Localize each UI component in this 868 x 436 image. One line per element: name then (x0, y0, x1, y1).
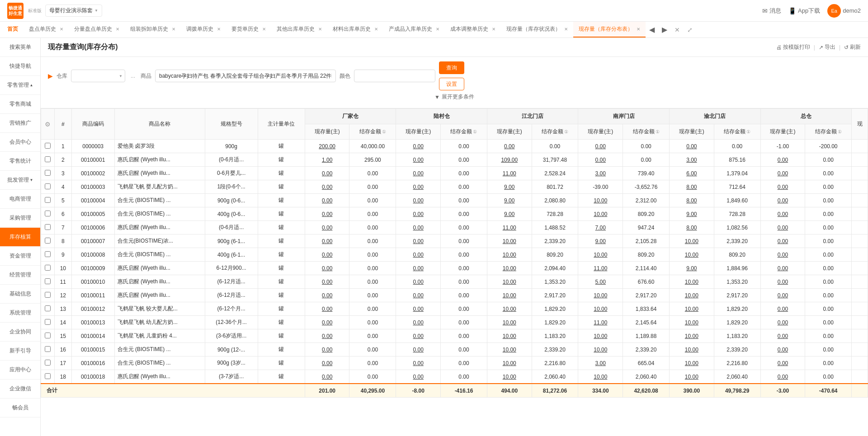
row-w4-qty[interactable]: -39.00 (578, 180, 623, 194)
row-w3-qty[interactable]: 109.00 (487, 153, 532, 167)
row-w4-qty[interactable]: 10.00 (578, 289, 623, 302)
tab-assembly[interactable]: 组装拆卸单历史 ✕ (125, 22, 181, 38)
sidebar-item-basic-info[interactable]: 基础信息 (0, 285, 40, 304)
row-total-qty[interactable]: 0.00 (760, 167, 805, 180)
tab-nav-prev[interactable]: ◀ (646, 23, 658, 36)
row-w1-qty[interactable]: 0.00 (305, 207, 349, 221)
tab-transfer[interactable]: 调拨单历史 ✕ (181, 22, 226, 38)
row-w4-qty[interactable]: 3.00 (578, 167, 623, 180)
row-checkbox[interactable] (41, 316, 55, 329)
sidebar-item-system[interactable]: 系统管理 (0, 304, 40, 323)
row-w5-qty[interactable]: 6.00 (670, 167, 714, 180)
row-w2-qty[interactable]: 0.00 (396, 167, 441, 180)
row-checkbox[interactable] (41, 207, 55, 221)
row-w1-qty[interactable]: 0.00 (305, 343, 349, 356)
row-w3-qty[interactable]: 0.00 (487, 140, 532, 153)
row-w1-qty[interactable]: 0.00 (305, 302, 349, 316)
row-w4-qty[interactable]: 0.00 (578, 153, 623, 167)
row-w5-qty[interactable]: 10.00 (670, 329, 714, 343)
sidebar-item-member[interactable]: 会员中心 (0, 133, 40, 152)
row-w1-qty[interactable]: 0.00 (305, 289, 349, 302)
row-w5-qty[interactable]: 8.00 (670, 180, 714, 194)
row-w4-qty[interactable]: 3.00 (578, 356, 623, 370)
tab-product-in[interactable]: 产成品入库单历史 ✕ (383, 22, 445, 38)
row-w2-qty[interactable]: 0.00 (396, 275, 441, 289)
tab-requisition-close[interactable]: ✕ (262, 27, 266, 32)
sidebar-item-shortcuts[interactable]: 快捷导航 (0, 57, 40, 76)
tab-assembly-close[interactable]: ✕ (172, 27, 175, 32)
color-input[interactable] (354, 70, 435, 82)
sidebar-item-stock[interactable]: 库存核算 (0, 228, 40, 247)
row-checkbox[interactable] (41, 262, 55, 275)
row-total-qty[interactable]: 0.00 (760, 343, 805, 356)
row-w4-qty[interactable]: 11.00 (578, 316, 623, 329)
row-w2-qty[interactable]: 0.00 (396, 370, 441, 384)
row-w2-qty[interactable]: 0.00 (396, 140, 441, 153)
row-total-qty[interactable]: 0.00 (760, 194, 805, 207)
tab-inventory-count-close[interactable]: ✕ (60, 27, 63, 32)
tab-split-count[interactable]: 分量盘点单历史 ✕ (69, 22, 125, 38)
tab-stock-dist-close[interactable]: ✕ (637, 27, 640, 32)
row-w3-qty[interactable]: 10.00 (487, 302, 532, 316)
row-w5-qty[interactable]: 9.00 (670, 207, 714, 221)
row-w4-qty[interactable]: 10.00 (578, 343, 623, 356)
lucun-amt-info-icon[interactable]: ① (473, 129, 477, 134)
row-w5-qty[interactable]: 9.00 (670, 262, 714, 275)
tab-home[interactable]: 首页 (2, 22, 24, 38)
sidebar-item-wechat[interactable]: 企业微信 (0, 380, 40, 398)
row-w4-qty[interactable]: 9.00 (578, 234, 623, 248)
row-w1-qty[interactable]: 0.00 (305, 167, 349, 180)
row-total-qty[interactable]: 0.00 (760, 207, 805, 221)
row-w4-qty[interactable]: 0.00 (578, 140, 623, 153)
row-total-qty[interactable]: 0.00 (760, 316, 805, 329)
sidebar-item-retail-store[interactable]: 零售商城 (0, 95, 40, 114)
tab-requisition[interactable]: 要货单历史 ✕ (226, 22, 271, 38)
row-w5-qty[interactable]: 10.00 (670, 343, 714, 356)
row-w1-qty[interactable]: 200.00 (305, 140, 349, 153)
factory-amt-info-icon[interactable]: ① (382, 129, 386, 134)
row-w3-qty[interactable]: 10.00 (487, 316, 532, 329)
row-w2-qty[interactable]: 0.00 (396, 207, 441, 221)
sidebar-item-finance[interactable]: 资金管理 (0, 247, 40, 266)
row-w1-qty[interactable]: 0.00 (305, 329, 349, 343)
refresh-btn[interactable]: ↺ 刷新 (844, 43, 861, 51)
row-w2-qty[interactable]: 0.00 (396, 289, 441, 302)
setting-button[interactable]: 设置 (439, 78, 464, 90)
row-w3-qty[interactable]: 11.00 (487, 221, 532, 234)
row-w2-qty[interactable]: 0.00 (396, 329, 441, 343)
row-total-qty[interactable]: 0.00 (760, 370, 805, 384)
row-total-qty[interactable]: 0.00 (760, 248, 805, 262)
tab-cost-adjust[interactable]: 成本调整单历史 ✕ (445, 22, 501, 38)
row-checkbox[interactable] (41, 289, 55, 302)
expand-conditions-row[interactable]: ▼ 展开更多条件 (48, 90, 861, 103)
row-w4-qty[interactable]: 5.00 (578, 275, 623, 289)
row-w2-qty[interactable]: 0.00 (396, 316, 441, 329)
sidebar-item-ecommerce[interactable]: 电商管理 (0, 190, 40, 209)
row-total-qty[interactable]: 0.00 (760, 275, 805, 289)
row-checkbox[interactable] (41, 343, 55, 356)
row-checkbox[interactable] (41, 140, 55, 153)
row-w2-qty[interactable]: 0.00 (396, 343, 441, 356)
row-checkbox[interactable] (41, 194, 55, 207)
row-w2-qty[interactable]: 0.00 (396, 262, 441, 275)
row-w2-qty[interactable]: 0.00 (396, 302, 441, 316)
row-checkbox[interactable] (41, 248, 55, 262)
row-w4-qty[interactable]: 11.00 (578, 262, 623, 275)
row-w5-qty[interactable]: 3.00 (670, 153, 714, 167)
row-checkbox[interactable] (41, 275, 55, 289)
company-selector[interactable]: 母婴行业演示陈套 ▼ (45, 5, 102, 17)
tab-stock-status[interactable]: 现存量（库存状况表） ✕ (501, 22, 573, 38)
row-w3-qty[interactable]: 10.00 (487, 329, 532, 343)
yubei-amt-info-icon[interactable]: ① (746, 129, 750, 134)
row-w2-qty[interactable]: 0.00 (396, 248, 441, 262)
row-w5-qty[interactable]: 10.00 (670, 234, 714, 248)
row-w3-qty[interactable]: 10.00 (487, 275, 532, 289)
tab-nav-next[interactable]: ▶ (658, 23, 671, 36)
tab-maximize[interactable]: ⤢ (684, 24, 696, 35)
sidebar-item-marketing[interactable]: 营销推广 (0, 114, 40, 133)
tab-other-out-close[interactable]: ✕ (318, 27, 322, 32)
row-w3-qty[interactable]: 10.00 (487, 343, 532, 356)
row-w4-qty[interactable]: 10.00 (578, 194, 623, 207)
tab-close-all[interactable]: ✕ (671, 24, 684, 35)
row-w3-qty[interactable]: 9.00 (487, 180, 532, 194)
